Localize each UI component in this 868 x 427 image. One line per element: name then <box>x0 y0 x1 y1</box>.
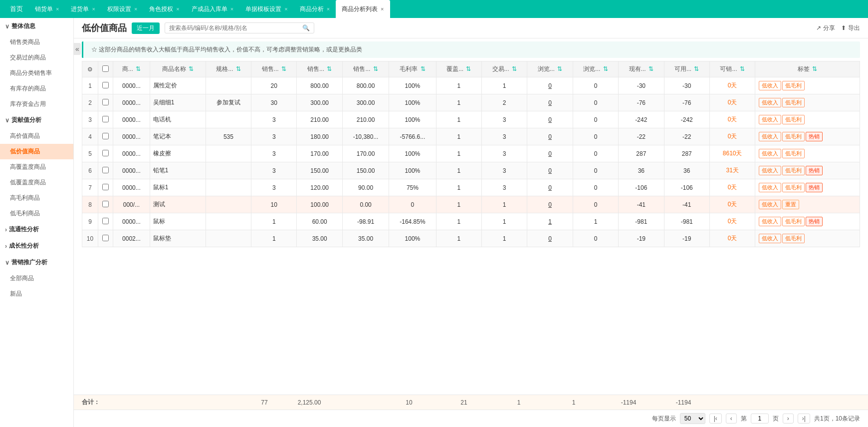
td-coverage: 1 <box>436 77 481 94</box>
td-browse1: 0 <box>527 94 573 111</box>
page-input[interactable] <box>751 414 769 424</box>
nav-products-storage[interactable]: 产成品入库单 × <box>186 0 239 18</box>
td-current-stock: 36 <box>619 162 664 179</box>
browse-link[interactable]: 0 <box>548 150 552 157</box>
td-num: 1 <box>82 77 98 94</box>
browse-link[interactable]: 0 <box>548 133 552 140</box>
td-coverage: 1 <box>436 128 481 145</box>
row-checkbox[interactable] <box>102 201 109 207</box>
browse-link[interactable]: 0 <box>548 99 552 106</box>
td-available: -76 <box>664 94 709 111</box>
td-checkbox <box>98 145 113 162</box>
data-table: ⚙ 商... ⇅ 商品名称 ⇅ 规格... ⇅ 销售... ⇅ 销售... ⇅ … <box>82 61 860 247</box>
sidebar-item-inventory-fund[interactable]: 库存资金占用 <box>0 96 73 112</box>
sidebar-group-growth[interactable]: › 成长性分析 <box>0 238 73 254</box>
page-size-select[interactable]: 50 100 200 <box>680 413 705 424</box>
td-browse2: 0 <box>573 230 618 247</box>
td-available: -242 <box>664 111 709 128</box>
row-checkbox[interactable] <box>102 82 109 88</box>
td-sales-price: 35.00 <box>297 230 342 247</box>
nav-sales[interactable]: 销货单 × <box>29 0 65 18</box>
select-all-checkbox[interactable] <box>102 65 109 72</box>
nav-permissions[interactable]: 权限设置 × <box>101 0 143 18</box>
nav-template-settings[interactable]: 单据模板设置 × <box>239 0 293 18</box>
td-sellable: 8610天 <box>709 145 755 162</box>
row-checkbox[interactable] <box>102 133 109 139</box>
td-spec <box>206 77 251 94</box>
sidebar-item-high-coverage[interactable]: 高覆盖度商品 <box>0 159 73 175</box>
td-name: 橡皮擦 <box>150 145 206 162</box>
row-checkbox[interactable] <box>102 116 109 122</box>
row-checkbox[interactable] <box>102 150 109 156</box>
nav-product-analysis-list[interactable]: 商品分析列表 × <box>336 0 390 18</box>
last-page-button[interactable]: ›| <box>798 414 810 424</box>
first-page-button[interactable]: |‹ <box>709 414 722 424</box>
row-checkbox[interactable] <box>102 235 109 241</box>
row-checkbox[interactable] <box>102 218 109 224</box>
search-input[interactable] <box>169 24 302 31</box>
sidebar-group-marketing[interactable]: ∨ 营销推广分析 <box>0 254 73 271</box>
th-settings[interactable]: ⚙ <box>82 61 98 77</box>
row-checkbox[interactable] <box>102 99 109 105</box>
sidebar-item-traded-products[interactable]: 交易过的商品 <box>0 50 73 65</box>
td-sales-qty: 20 <box>251 77 297 94</box>
footer-available: -1194 <box>668 399 698 406</box>
prev-page-button[interactable]: ‹ <box>726 414 737 424</box>
sidebar-item-low-value[interactable]: 低价值商品 <box>0 144 73 159</box>
td-gross-margin: 100% <box>389 230 436 247</box>
page-title: 低价值商品 <box>82 22 127 34</box>
sidebar-item-all-products[interactable]: 全部商品 <box>0 271 73 286</box>
sidebar-collapse-button[interactable]: « <box>74 43 81 55</box>
th-browse1: 浏览... ⇅ <box>527 61 573 77</box>
close-product-analysis-list-icon[interactable]: × <box>381 6 384 12</box>
browse-link[interactable]: 0 <box>548 184 552 191</box>
filter-button[interactable]: 近一月 <box>132 22 160 34</box>
content-area: 低价值商品 近一月 🔍 ↗ 分享 ⬆ 导出 ☆ 这部分商品的销售收入大幅低于商品… <box>74 18 868 427</box>
browse-link[interactable]: 0 <box>548 235 552 242</box>
sidebar-item-high-value[interactable]: 高价值商品 <box>0 128 73 144</box>
td-num: 4 <box>82 128 98 145</box>
sidebar-item-low-margin[interactable]: 低毛利商品 <box>0 206 73 221</box>
sidebar-item-category-sales-rate[interactable]: 商品分类销售率 <box>0 65 73 81</box>
close-roles-icon[interactable]: × <box>176 6 179 12</box>
browse-link[interactable]: 0 <box>548 116 552 123</box>
export-button[interactable]: ⬆ 导出 <box>841 24 860 32</box>
browse-link[interactable]: 0 <box>548 167 552 174</box>
sidebar-group-contribution[interactable]: ∨ 贡献值分析 <box>0 112 73 128</box>
td-sellable: 0天 <box>709 94 755 111</box>
td-coverage: 1 <box>436 230 481 247</box>
close-products-storage-icon[interactable]: × <box>230 6 233 12</box>
nav-roles[interactable]: 角色授权 × <box>143 0 185 18</box>
close-product-analysis-icon[interactable]: × <box>327 6 330 12</box>
td-browse2: 0 <box>573 77 618 94</box>
browse-link[interactable]: 1 <box>548 218 552 225</box>
nav-home[interactable]: 首页 <box>4 0 29 18</box>
td-browse2: 1 <box>573 213 618 230</box>
close-purchase-icon[interactable]: × <box>92 6 95 12</box>
td-sales-price: 300.00 <box>297 94 342 111</box>
th-name: 商品名称 ⇅ <box>150 61 206 77</box>
row-checkbox[interactable] <box>102 167 109 173</box>
browse-link[interactable]: 0 <box>548 82 552 89</box>
close-permissions-icon[interactable]: × <box>134 6 137 12</box>
search-box[interactable]: 🔍 <box>165 22 314 33</box>
nav-purchase[interactable]: 进货单 × <box>65 0 101 18</box>
next-page-button[interactable]: › <box>783 414 794 424</box>
nav-product-analysis[interactable]: 商品分析 × <box>294 0 336 18</box>
sidebar-group-liquidity[interactable]: › 流通性分析 <box>0 221 73 238</box>
sidebar-item-in-stock-products[interactable]: 有库存的商品 <box>0 81 73 96</box>
td-checkbox <box>98 196 113 213</box>
td-tags: 低收入低毛利 <box>755 145 860 162</box>
sidebar-item-high-margin[interactable]: 高毛利商品 <box>0 190 73 206</box>
sidebar-item-low-coverage[interactable]: 低覆盖度商品 <box>0 175 73 190</box>
td-browse2: 0 <box>573 196 618 213</box>
browse-link[interactable]: 0 <box>548 201 552 208</box>
close-template-settings-icon[interactable]: × <box>284 6 287 12</box>
td-sellable: 0天 <box>709 128 755 145</box>
row-checkbox[interactable] <box>102 184 109 190</box>
close-sales-icon[interactable]: × <box>56 6 59 12</box>
sidebar-group-overall[interactable]: ∨ 整体信息 <box>0 18 73 34</box>
share-button[interactable]: ↗ 分享 <box>816 24 835 32</box>
sidebar-item-sales-products[interactable]: 销售类商品 <box>0 34 73 50</box>
sidebar-item-new-products[interactable]: 新品 <box>0 286 73 302</box>
